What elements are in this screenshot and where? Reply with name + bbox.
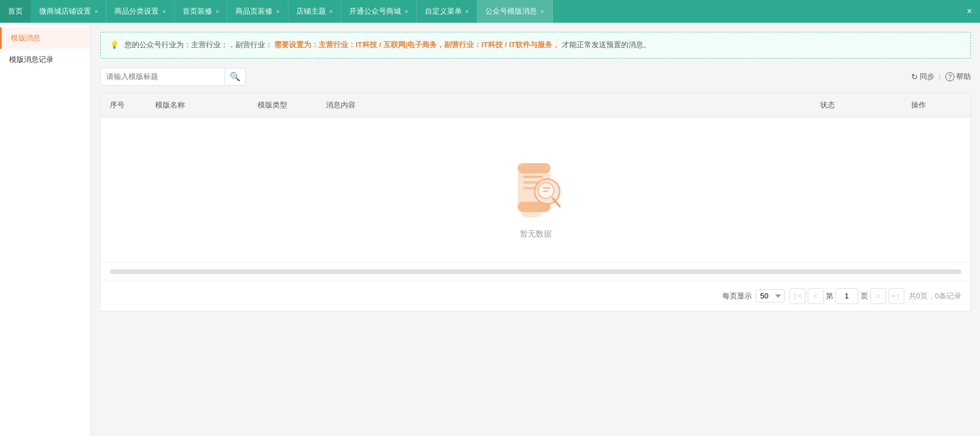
sync-icon: ↻ <box>911 72 918 81</box>
svg-rect-10 <box>543 187 551 189</box>
page-label-suffix: 页 <box>861 291 868 301</box>
nav-tab-template-msg-label: 公众号模版消息 <box>485 6 537 16</box>
nav-tab-custom-menu[interactable]: 自定义菜单 × <box>417 0 477 23</box>
close-home-decor-icon[interactable]: × <box>216 8 219 15</box>
notice-box: 💡 您的公众号行业为：主营行业：，副营行业： 需要设置为：主营行业：IT科技 /… <box>100 32 971 59</box>
nav-tab-category-settings[interactable]: 商品分类设置 × <box>106 0 174 23</box>
page-label-prefix: 第 <box>826 291 833 301</box>
notice-icon: 💡 <box>110 40 119 49</box>
pagination: 每页显示 50 20 100 ❘< < 第 页 > >❘ 共0页，0条记 <box>101 281 970 311</box>
divider: | <box>939 72 941 81</box>
page-size-dropdown[interactable]: 50 20 100 <box>755 289 785 302</box>
search-button[interactable]: 🔍 <box>225 68 246 86</box>
svg-rect-11 <box>543 190 548 192</box>
total-info: 共0页，0条记录 <box>909 291 961 301</box>
col-header-name: 模版名称 <box>146 93 249 117</box>
table-container: 序号 模版名称 模版类型 消息内容 状态 操作 <box>100 93 971 312</box>
close-all-tabs-button[interactable]: × <box>959 6 980 16</box>
col-header-status: 状态 <box>811 93 902 117</box>
sidebar-item-template-msg-record-label: 模版消息记录 <box>9 55 53 64</box>
page-size-select: 每页显示 50 20 100 <box>722 289 785 302</box>
nav-tab-category-settings-label: 商品分类设置 <box>114 6 159 16</box>
empty-state-icon <box>502 152 570 220</box>
close-store-theme-icon[interactable]: × <box>329 8 333 15</box>
top-nav: 首页 微商城店铺设置 × 商品分类设置 × 首页装修 × 商品页装修 × 店铺主… <box>0 0 980 23</box>
search-input[interactable] <box>100 68 225 86</box>
table-header: 序号 模版名称 模版类型 消息内容 状态 操作 <box>101 93 970 118</box>
search-right: ↻ 同步 | ? 帮助 <box>911 72 971 82</box>
notice-text-prefix: 您的公众号行业为：主营行业：，副营行业： <box>125 40 272 49</box>
nav-tab-open-mall[interactable]: 开通公众号商城 × <box>341 0 416 23</box>
sidebar: 模版消息 模版消息记录 <box>0 23 91 436</box>
page-number-input[interactable] <box>836 288 858 304</box>
svg-rect-2 <box>518 163 551 173</box>
sync-label: 同步 <box>920 72 934 82</box>
nav-tab-custom-menu-label: 自定义菜单 <box>425 6 462 16</box>
page-size-label: 每页显示 <box>722 291 752 301</box>
horizontal-scrollbar[interactable] <box>110 269 961 274</box>
main-layout: 模版消息 模版消息记录 💡 您的公众号行业为：主营行业：，副营行业： 需要设置为… <box>0 23 980 436</box>
col-header-action: 操作 <box>902 93 970 117</box>
sync-button[interactable]: ↻ 同步 <box>911 72 934 82</box>
nav-tab-product-decor[interactable]: 商品页装修 × <box>228 0 288 23</box>
search-left: 🔍 <box>100 68 246 86</box>
help-button[interactable]: ? 帮助 <box>945 72 971 82</box>
close-product-decor-icon[interactable]: × <box>276 8 279 15</box>
close-category-settings-icon[interactable]: × <box>162 8 166 15</box>
col-header-content: 消息内容 <box>317 93 811 117</box>
close-template-msg-icon[interactable]: × <box>540 8 544 15</box>
help-label: 帮助 <box>956 72 971 82</box>
close-custom-menu-icon[interactable]: × <box>465 8 469 15</box>
nav-tab-product-decor-label: 商品页装修 <box>235 6 272 16</box>
sidebar-item-template-msg-record[interactable]: 模版消息记录 <box>0 49 90 70</box>
notice-text-suffix: 才能正常发送预置的消息。 <box>562 40 651 49</box>
nav-tab-home[interactable]: 首页 <box>0 0 31 23</box>
nav-tab-store-settings-label: 微商城店铺设置 <box>39 6 91 16</box>
nav-tab-open-mall-label: 开通公众号商城 <box>349 6 401 16</box>
next-page-button[interactable]: > <box>870 288 886 304</box>
svg-rect-4 <box>523 176 543 178</box>
close-store-settings-icon[interactable]: × <box>94 8 98 15</box>
first-page-button[interactable]: ❘< <box>789 288 805 304</box>
col-header-index: 序号 <box>101 93 146 117</box>
last-page-button[interactable]: >❘ <box>888 288 904 304</box>
sidebar-item-template-msg-label: 模版消息 <box>11 34 40 42</box>
nav-tab-store-settings[interactable]: 微商城店铺设置 × <box>31 0 106 23</box>
scrollbar-area[interactable] <box>101 262 970 281</box>
search-bar: 🔍 ↻ 同步 | ? 帮助 <box>100 68 971 86</box>
empty-state: 暂无数据 <box>101 118 970 262</box>
nav-tab-template-msg[interactable]: 公众号模版消息 × <box>477 0 552 23</box>
sidebar-item-template-msg[interactable]: 模版消息 <box>0 27 90 49</box>
empty-text: 暂无数据 <box>520 229 552 239</box>
prev-page-button[interactable]: < <box>808 288 824 304</box>
help-icon: ? <box>945 72 954 81</box>
nav-tab-store-theme-label: 店铺主题 <box>296 6 326 16</box>
col-header-type: 模版类型 <box>249 93 317 117</box>
nav-tab-home-decor-label: 首页装修 <box>183 6 212 16</box>
page-nav: ❘< < 第 页 > >❘ <box>789 288 904 304</box>
content-area: 💡 您的公众号行业为：主营行业：，副营行业： 需要设置为：主营行业：IT科技 /… <box>91 23 980 436</box>
nav-tab-home-label: 首页 <box>8 6 23 16</box>
nav-tab-home-decor[interactable]: 首页装修 × <box>175 0 228 23</box>
search-icon: 🔍 <box>230 72 241 82</box>
close-open-mall-icon[interactable]: × <box>404 8 408 15</box>
nav-tab-store-theme[interactable]: 店铺主题 × <box>288 0 341 23</box>
notice-text-highlight: 需要设置为：主营行业：IT科技 / 互联网|电子商务，副营行业：IT科技 / I… <box>274 40 560 49</box>
